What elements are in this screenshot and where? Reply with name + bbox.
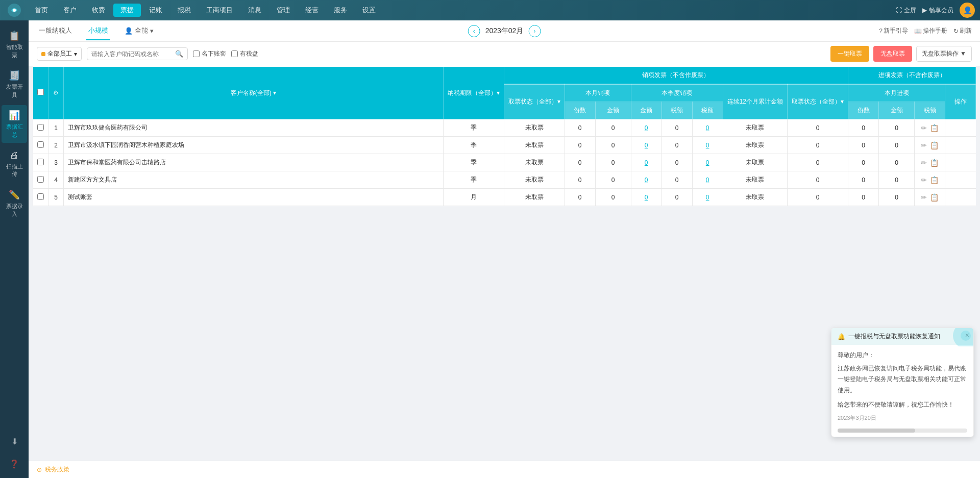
notification-header: 🔔 一键报税与无盘取票功能恢复通知 — [831, 328, 973, 345]
tab-general-taxpayer[interactable]: 一般纳税人 — [37, 22, 74, 40]
notification-close-btn[interactable]: × — [965, 331, 969, 339]
nav-customer[interactable]: 客户 — [56, 4, 84, 17]
row-sale-12month: 0 — [692, 154, 723, 171]
period-prev-btn[interactable]: ‹ — [468, 25, 480, 37]
row-purchase-month-tax: 0 — [879, 189, 915, 206]
sidebar-item-issue-invoice[interactable]: 🧾 发票开具 — [2, 65, 27, 103]
nav-fee[interactable]: 收费 — [85, 4, 112, 17]
th-purchase-month-count: 份数 — [848, 102, 879, 119]
notification-body: 尊敬的用户： 江苏政务网已恢复访问电子税务局功能，易代账一键登陆电子税务局与无盘… — [831, 345, 973, 429]
row-detail-icon[interactable]: 📋 — [930, 193, 939, 202]
top-right-action-bar: ? 新手引导 📖 操作手册 ↻ 刷新 — [879, 27, 972, 35]
row-purchase-month-count: 0 — [788, 154, 848, 171]
tab-small-scale[interactable]: 小规模 — [86, 22, 110, 40]
row-checkbox[interactable] — [37, 176, 44, 183]
nav-settings[interactable]: 设置 — [355, 4, 383, 17]
row-checkbox[interactable] — [37, 193, 44, 200]
row-sale-month-amount: 0 — [595, 189, 631, 206]
search-wrap: 🔍 — [87, 47, 188, 60]
tax-disk-checkbox-input[interactable] — [231, 51, 238, 57]
row-purchase-month-amount: 0 — [848, 119, 879, 137]
row-actions: ✏ 📋 — [915, 154, 945, 171]
th-purchase-status: 取票状态（全部）▾ — [788, 84, 848, 119]
row-sale-month-count: 0 — [565, 154, 595, 171]
row-sale-month-amount: 0 — [595, 137, 631, 154]
nav-invoice[interactable]: 票据 — [113, 4, 141, 17]
row-sale-month-count: 0 — [565, 189, 595, 206]
row-edit-icon[interactable]: ✏ — [921, 141, 927, 149]
member-btn[interactable]: ▶ 畅享会员 — [922, 6, 953, 15]
scan-icon: 🖨 — [10, 149, 19, 162]
row-purchase-month-amount: 0 — [848, 171, 879, 189]
row-customer-name: 卫辉市玖玖健合医药有限公司 — [64, 119, 444, 137]
row-sale-quarter-tax: 0 — [662, 137, 692, 154]
nav-right-actions: ⛶ 全屏 ▶ 畅享会员 👤 — [896, 3, 975, 18]
fullscreen-label: 全屏 — [904, 6, 916, 15]
nav-operation[interactable]: 经营 — [298, 4, 326, 17]
th-purchase-month-tax: 税额 — [915, 102, 945, 119]
employee-select-label: 全部员工 — [47, 49, 72, 58]
sidebar-help-btn[interactable]: ❓ — [5, 455, 23, 473]
search-input[interactable] — [91, 51, 173, 58]
notification-scrollbar[interactable] — [838, 429, 967, 433]
nav-tax[interactable]: 报税 — [170, 4, 198, 17]
row-index: 3 — [48, 154, 64, 171]
row-edit-icon[interactable]: ✏ — [921, 124, 927, 132]
tax-disk-filter-checkbox[interactable]: 有税盘 — [231, 49, 258, 58]
select-all-checkbox[interactable] — [37, 89, 44, 95]
row-sale-status: 未取票 — [504, 189, 565, 206]
row-sale-12month: 0 — [692, 137, 723, 154]
tab-all-label: 全能 — [135, 26, 148, 35]
notification-apology: 给您带来的不便敬请谅解，祝您工作愉快！ — [838, 399, 967, 411]
no-disk-ticket-btn[interactable]: 无盘取票 — [873, 46, 912, 62]
nav-message[interactable]: 消息 — [241, 4, 268, 17]
sidebar-item-smart-ticket[interactable]: 📋 智能取票 — [2, 26, 27, 63]
new-guide-btn[interactable]: ? 新手引导 — [879, 27, 908, 35]
row-checkbox[interactable] — [37, 159, 44, 165]
row-index: 2 — [48, 137, 64, 154]
member-label: 畅享会员 — [929, 6, 953, 15]
row-edit-icon[interactable]: ✏ — [921, 193, 927, 202]
row-checkbox[interactable] — [37, 124, 44, 131]
th-sale-month: 本月销项 — [565, 84, 631, 102]
one-key-ticket-btn[interactable]: 一键取票 — [830, 46, 869, 62]
refresh-btn[interactable]: ↻ 刷新 — [953, 27, 972, 35]
nav-accounting[interactable]: 记账 — [142, 4, 169, 17]
row-checkbox[interactable] — [37, 141, 44, 148]
row-detail-icon[interactable]: 📋 — [930, 124, 939, 132]
sidebar-item-summary[interactable]: 📊 票据汇总 — [2, 105, 27, 143]
row-detail-icon[interactable]: 📋 — [930, 141, 939, 149]
search-icon[interactable]: 🔍 — [175, 50, 183, 58]
row-purchase-status: 未取票 — [723, 154, 787, 171]
nav-manage[interactable]: 管理 — [270, 4, 297, 17]
row-edit-icon[interactable]: ✏ — [921, 176, 927, 184]
sidebar-item-scan[interactable]: 🖨 扫描上传 — [2, 145, 27, 183]
row-tax-period: 季 — [443, 137, 504, 154]
sidebar-item-entry[interactable]: ✏️ 票据录入 — [2, 185, 27, 222]
period-next-btn[interactable]: › — [528, 25, 541, 37]
nav-home[interactable]: 首页 — [28, 4, 55, 17]
account-checkbox-input[interactable] — [193, 51, 200, 57]
row-customer-name: 测试账套 — [64, 189, 444, 206]
row-sale-quarter-tax: 0 — [662, 154, 692, 171]
bottom-bar[interactable]: ⊙ 税务政策 — [29, 461, 980, 478]
row-detail-icon[interactable]: 📋 — [930, 159, 939, 167]
nav-service[interactable]: 服务 — [327, 4, 354, 17]
row-edit-icon[interactable]: ✏ — [921, 159, 927, 167]
settings-icon[interactable]: ⚙ — [53, 89, 59, 96]
user-avatar[interactable]: 👤 — [960, 3, 975, 18]
employee-select[interactable]: 全部员工 ▾ — [37, 47, 82, 61]
account-filter-checkbox[interactable]: 名下账套 — [193, 49, 226, 58]
row-detail-icon[interactable]: 📋 — [930, 176, 939, 184]
tax-disk-checkbox-label: 有税盘 — [240, 49, 258, 58]
row-index: 1 — [48, 119, 64, 137]
sidebar-download-btn[interactable]: ⬇ — [5, 432, 23, 450]
no-disk-ops-btn[interactable]: 无盘取票操作 ▼ — [916, 46, 972, 62]
tab-all[interactable]: 👤 全能 ▾ — [122, 22, 156, 40]
th-sale-month-amount: 金额 — [595, 102, 631, 119]
nav-business[interactable]: 工商项目 — [199, 4, 240, 17]
sidebar-label-scan: 扫描上传 — [4, 163, 25, 179]
manual-btn[interactable]: 📖 操作手册 — [914, 27, 947, 35]
row-sale-quarter-tax: 0 — [662, 171, 692, 189]
fullscreen-btn[interactable]: ⛶ 全屏 — [896, 6, 916, 15]
